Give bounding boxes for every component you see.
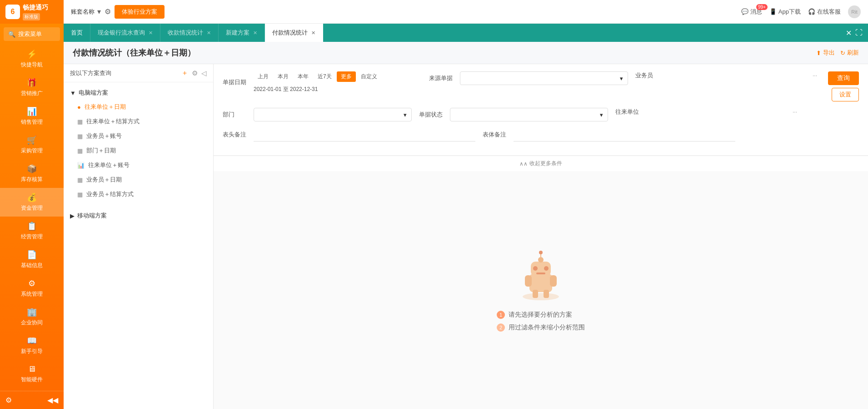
- date-btn-this-month[interactable]: 本月: [274, 71, 293, 82]
- sidebar-item-basicinfo[interactable]: 📄 基础信息: [0, 245, 64, 274]
- body-note-input[interactable]: [514, 128, 735, 141]
- sidebar-search[interactable]: 🔍 搜索菜单: [4, 27, 60, 41]
- topbar-gear-icon[interactable]: ⚙: [105, 7, 111, 16]
- scheme-settings-icon[interactable]: ⚙: [192, 69, 198, 77]
- marketing-icon: 🎁: [27, 78, 37, 88]
- scheme-item-staff-payment[interactable]: ▦ 业务员＋结算方式: [64, 187, 213, 202]
- dept-select[interactable]: ▾: [254, 108, 412, 121]
- tab-close-icon[interactable]: ✕: [207, 30, 211, 36]
- refresh-icon: ↻: [840, 50, 845, 56]
- select-arrow-icon: ▾: [600, 111, 603, 118]
- trial-button[interactable]: 体验行业方案: [115, 5, 165, 19]
- system-icon: ⚙: [28, 278, 35, 288]
- collapse-sidebar-icon[interactable]: ◀◀: [47, 396, 58, 404]
- svg-rect-10: [538, 257, 544, 263]
- account-selector[interactable]: 账套名称 ▾: [71, 7, 101, 16]
- sidebar-item-guide[interactable]: 📖 新手引导: [0, 331, 64, 360]
- scheme-item-staff-date[interactable]: ▦ 业务员＋日期: [64, 172, 213, 187]
- scheme-item-dept-date[interactable]: ▦ 部门＋日期: [64, 143, 213, 158]
- date-btn-custom[interactable]: 自定义: [357, 71, 381, 82]
- expand-icon[interactable]: ⛶: [855, 29, 863, 37]
- tab-close-icon[interactable]: ✕: [253, 30, 257, 36]
- account-dropdown-icon[interactable]: ▾: [97, 7, 101, 16]
- chevron-up-icon: ∧∧: [519, 161, 528, 167]
- tab-label: 付款情况统计: [272, 29, 308, 37]
- filter-date-item: 单据日期 上月 本月 本年 近7天 更多 自定义 2022-01-01 至 20…: [223, 71, 422, 93]
- sidebar-item-sales[interactable]: 📊 销售管理: [0, 102, 64, 131]
- message-icon: 💬: [741, 8, 748, 15]
- settings-icon[interactable]: ⚙: [5, 396, 12, 404]
- page-actions: ⬆ 导出 ↻ 刷新: [816, 49, 859, 57]
- scheme-icon: ▦: [77, 118, 83, 125]
- tip-text-1: 请先选择要分析的方案: [509, 311, 572, 319]
- desktop-group-label: 电脑端方案: [79, 89, 108, 97]
- sidebar-item-system[interactable]: ⚙ 系统管理: [0, 274, 64, 303]
- date-btn-7days[interactable]: 近7天: [314, 71, 336, 82]
- date-btn-last-month[interactable]: 上月: [254, 71, 273, 82]
- tab-receive-stats[interactable]: 收款情况统计 ✕: [160, 24, 219, 42]
- tab-home[interactable]: 首页: [64, 24, 90, 42]
- collapse-bar[interactable]: ∧∧ 收起更多条件: [214, 156, 868, 171]
- sidebar-item-quick-nav[interactable]: ⚡ 快捷导航: [0, 45, 64, 73]
- header-note-label: 表头备注: [223, 131, 250, 139]
- tab-label: 现金银行流水查询: [98, 29, 145, 37]
- staff-ellipsis[interactable]: ···: [813, 72, 817, 79]
- mobile-group-header[interactable]: ▶ 移动端方案: [64, 209, 213, 222]
- scheme-item-partner-payment[interactable]: ▦ 往来单位＋结算方式: [64, 114, 213, 129]
- sidebar-item-wechat[interactable]: 💬 企业微信: [0, 388, 64, 391]
- left-panel-icons: ＋ ⚙ ◁: [181, 69, 207, 77]
- app-download-button[interactable]: 📱 App下载: [769, 8, 801, 16]
- export-button[interactable]: ⬆ 导出: [816, 49, 835, 57]
- quick-nav-icon: ⚡: [27, 49, 37, 59]
- scheme-item-staff-account[interactable]: ▦ 业务员＋账号: [64, 129, 213, 143]
- finance-icon: 💰: [27, 192, 37, 202]
- svg-point-0: [523, 293, 559, 300]
- setting-button[interactable]: 设置: [832, 88, 859, 101]
- tab-close-icon[interactable]: ✕: [311, 30, 315, 36]
- header-note-input[interactable]: [254, 128, 475, 141]
- filter-source-doc: 来源单据 ▾: [429, 71, 628, 85]
- tab-pay-stats[interactable]: 付款情况统计 ✕: [265, 24, 323, 42]
- inventory-icon: 📦: [27, 164, 37, 174]
- add-scheme-icon[interactable]: ＋: [181, 69, 188, 77]
- export-icon: ⬆: [816, 50, 821, 56]
- desktop-group-header[interactable]: ▼ 电脑端方案: [64, 86, 213, 100]
- online-service-button[interactable]: 🎧 在线客服: [808, 8, 841, 16]
- avatar[interactable]: Rit: [848, 5, 861, 18]
- date-range-display: 2022-01-01 至 2022-12-31: [254, 86, 381, 93]
- scheme-item-partner-date[interactable]: ● 往来单位＋日期: [64, 100, 213, 114]
- tip-num-2: 2: [497, 323, 505, 332]
- sidebar-item-marketing[interactable]: 🎁 营销推广: [0, 73, 64, 102]
- scheme-item-partner-account[interactable]: 📊 往来单位＋账号: [64, 158, 213, 172]
- doc-status-select[interactable]: ▾: [450, 108, 608, 121]
- source-doc-select[interactable]: ▾: [460, 71, 628, 85]
- filter-dept: 部门 ▾: [223, 108, 412, 121]
- close-all-icon[interactable]: ✕: [846, 29, 852, 37]
- sidebar-item-hardware[interactable]: 🖥 智能硬件: [0, 360, 64, 388]
- query-button[interactable]: 查询: [828, 71, 859, 85]
- sidebar-item-inventory[interactable]: 📦 库存核算: [0, 159, 64, 188]
- svg-rect-9: [536, 273, 545, 274]
- collapse-panel-icon[interactable]: ◁: [201, 69, 207, 77]
- logo-icon: 6: [5, 5, 20, 19]
- date-btn-more[interactable]: 更多: [337, 71, 356, 82]
- messages-button[interactable]: 💬 消息 99+: [741, 8, 762, 16]
- sidebar-item-label: 库存核算: [21, 176, 43, 183]
- page-header: 付款情况统计（往来单位＋日期） ⬆ 导出 ↻ 刷新: [64, 42, 868, 64]
- sidebar-item-purchase[interactable]: 🛒 采购管理: [0, 131, 64, 159]
- messages-badge: 99+: [756, 4, 768, 10]
- sidebar-item-enterprise[interactable]: 🏢 企业协同: [0, 303, 64, 331]
- sidebar-item-operations[interactable]: 📋 经营管理: [0, 217, 64, 245]
- svg-point-12: [539, 251, 543, 254]
- date-btn-this-year[interactable]: 本年: [294, 71, 313, 82]
- filter-staff: 业务员 ···: [635, 71, 817, 80]
- tabbar-actions: ✕ ⛶: [840, 24, 868, 42]
- tip-text-2: 用过滤条件来缩小分析范围: [509, 323, 585, 332]
- refresh-button[interactable]: ↻ 刷新: [840, 49, 859, 57]
- tab-close-icon[interactable]: ✕: [149, 30, 153, 36]
- sidebar-item-finance[interactable]: 💰 资金管理: [0, 188, 64, 217]
- svg-rect-1: [529, 274, 552, 292]
- tab-bank-flow[interactable]: 现金银行流水查询 ✕: [90, 24, 160, 42]
- tab-new-scheme[interactable]: 新建方案 ✕: [219, 24, 265, 42]
- partner-ellipsis[interactable]: ···: [793, 109, 797, 115]
